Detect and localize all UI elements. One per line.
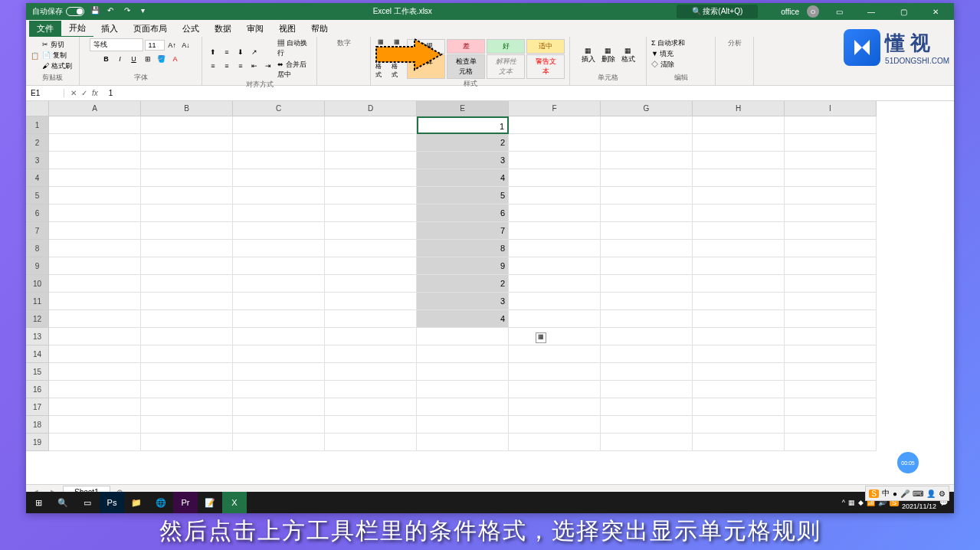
cell-I3[interactable] bbox=[785, 152, 877, 169]
cell-G10[interactable] bbox=[601, 275, 693, 293]
style-explain[interactable]: 解释性文本 bbox=[487, 54, 525, 79]
cell-B16[interactable] bbox=[141, 381, 233, 398]
cell-B12[interactable] bbox=[141, 310, 233, 328]
increase-indent-icon[interactable]: ⇥ bbox=[262, 60, 274, 72]
increase-font-icon[interactable]: A↑ bbox=[166, 39, 179, 51]
menu-page-layout[interactable]: 页面布局 bbox=[126, 21, 175, 37]
fill-color-icon[interactable]: 🪣 bbox=[156, 53, 168, 65]
menu-review[interactable]: 审阅 bbox=[239, 21, 271, 37]
font-size-combo[interactable]: 11 bbox=[145, 40, 165, 51]
cell-H19[interactable] bbox=[693, 434, 785, 451]
format-painter-button[interactable]: 🖌 格式刷 bbox=[42, 61, 72, 71]
cell-B13[interactable] bbox=[141, 328, 233, 345]
cell-I12[interactable] bbox=[785, 310, 877, 328]
maximize-button[interactable]: ▢ bbox=[891, 3, 916, 20]
cell-H7[interactable] bbox=[693, 222, 785, 240]
col-header-D[interactable]: D bbox=[325, 101, 417, 116]
clear-button[interactable]: ◇ 清除 bbox=[651, 60, 674, 70]
cell-B7[interactable] bbox=[141, 222, 233, 240]
cell-A16[interactable] bbox=[49, 381, 141, 398]
ime-lang[interactable]: 中 bbox=[882, 488, 890, 499]
select-all-corner[interactable] bbox=[26, 101, 49, 116]
cell-F9[interactable] bbox=[509, 257, 601, 275]
bold-icon[interactable]: B bbox=[100, 53, 113, 65]
style-warn[interactable]: 警告文本 bbox=[526, 54, 565, 79]
cell-D6[interactable] bbox=[325, 205, 417, 222]
col-header-B[interactable]: B bbox=[141, 101, 233, 116]
cell-E8[interactable]: 8 bbox=[417, 240, 509, 257]
cell-A11[interactable] bbox=[49, 293, 141, 310]
cell-H6[interactable] bbox=[693, 205, 785, 222]
row-header-10[interactable]: 10 bbox=[26, 275, 49, 293]
cell-D13[interactable] bbox=[325, 328, 417, 345]
cell-B8[interactable] bbox=[141, 240, 233, 257]
cell-C7[interactable] bbox=[233, 222, 325, 240]
cell-H12[interactable] bbox=[693, 310, 785, 328]
taskbar-excel-icon[interactable]: X bbox=[222, 492, 247, 513]
taskbar-chrome-icon[interactable]: 🌐 bbox=[149, 492, 173, 513]
cell-A19[interactable] bbox=[49, 434, 141, 451]
cell-A7[interactable] bbox=[49, 222, 141, 240]
orientation-icon[interactable]: ↗ bbox=[248, 46, 261, 58]
cell-E17[interactable] bbox=[417, 398, 509, 416]
row-header-8[interactable]: 8 bbox=[26, 240, 49, 257]
col-header-H[interactable]: H bbox=[693, 101, 785, 116]
row-header-1[interactable]: 1 bbox=[26, 116, 49, 134]
cell-G17[interactable] bbox=[601, 398, 693, 416]
cell-G18[interactable] bbox=[601, 416, 693, 434]
cell-H9[interactable] bbox=[693, 257, 785, 275]
decrease-font-icon[interactable]: A↓ bbox=[180, 39, 192, 51]
redo-icon[interactable]: ↷ bbox=[124, 6, 135, 17]
cell-F6[interactable] bbox=[509, 205, 601, 222]
cell-H16[interactable] bbox=[693, 381, 785, 398]
cell-I16[interactable] bbox=[785, 381, 877, 398]
cell-H14[interactable] bbox=[693, 345, 785, 363]
cell-E4[interactable]: 4 bbox=[417, 169, 509, 187]
cell-E9[interactable]: 9 bbox=[417, 257, 509, 275]
cell-C11[interactable] bbox=[233, 293, 325, 310]
row-header-15[interactable]: 15 bbox=[26, 363, 49, 381]
cell-F2[interactable] bbox=[509, 134, 601, 152]
col-header-F[interactable]: F bbox=[509, 101, 601, 116]
autosum-button[interactable]: Σ 自动求和 bbox=[651, 38, 685, 48]
cell-I10[interactable] bbox=[785, 275, 877, 293]
cell-F18[interactable] bbox=[509, 416, 601, 434]
search-box[interactable]: 🔍 搜索(Alt+Q) bbox=[677, 5, 759, 18]
cell-F5[interactable] bbox=[509, 187, 601, 205]
cell-G3[interactable] bbox=[601, 152, 693, 169]
tray-app1-icon[interactable]: ▦ bbox=[848, 499, 855, 506]
cut-button[interactable]: ✂ 剪切 bbox=[42, 40, 72, 50]
ime-mic-icon[interactable]: 🎤 bbox=[900, 489, 910, 498]
insert-cells-button[interactable]: ▦插入 bbox=[582, 47, 595, 64]
cell-A1[interactable] bbox=[49, 116, 141, 134]
row-header-2[interactable]: 2 bbox=[26, 134, 49, 152]
name-box[interactable]: E1 bbox=[26, 89, 64, 97]
cell-G4[interactable] bbox=[601, 169, 693, 187]
cell-I15[interactable] bbox=[785, 363, 877, 381]
cell-E14[interactable] bbox=[417, 345, 509, 363]
cell-F1[interactable] bbox=[509, 116, 601, 134]
row-header-17[interactable]: 17 bbox=[26, 398, 49, 416]
col-header-G[interactable]: G bbox=[601, 101, 693, 116]
row-header-12[interactable]: 12 bbox=[26, 310, 49, 328]
cell-D5[interactable] bbox=[325, 187, 417, 205]
cell-F3[interactable] bbox=[509, 152, 601, 169]
cell-C15[interactable] bbox=[233, 363, 325, 381]
style-good[interactable]: 好 bbox=[487, 39, 525, 54]
row-header-5[interactable]: 5 bbox=[26, 187, 49, 205]
cell-D15[interactable] bbox=[325, 363, 417, 381]
ime-keyboard-icon[interactable]: ⌨ bbox=[913, 489, 923, 498]
quick-analysis-icon[interactable]: ▦ bbox=[536, 332, 546, 343]
cell-H4[interactable] bbox=[693, 169, 785, 187]
cell-B9[interactable] bbox=[141, 257, 233, 275]
cell-B15[interactable] bbox=[141, 363, 233, 381]
cell-A12[interactable] bbox=[49, 310, 141, 328]
row-header-19[interactable]: 19 bbox=[26, 434, 49, 451]
cell-D10[interactable] bbox=[325, 275, 417, 293]
cell-B1[interactable] bbox=[141, 116, 233, 134]
taskbar-explorer-icon[interactable]: 📁 bbox=[124, 492, 149, 513]
cell-A10[interactable] bbox=[49, 275, 141, 293]
cell-C5[interactable] bbox=[233, 187, 325, 205]
cell-B14[interactable] bbox=[141, 345, 233, 363]
style-check[interactable]: 检查单元格 bbox=[447, 54, 485, 79]
